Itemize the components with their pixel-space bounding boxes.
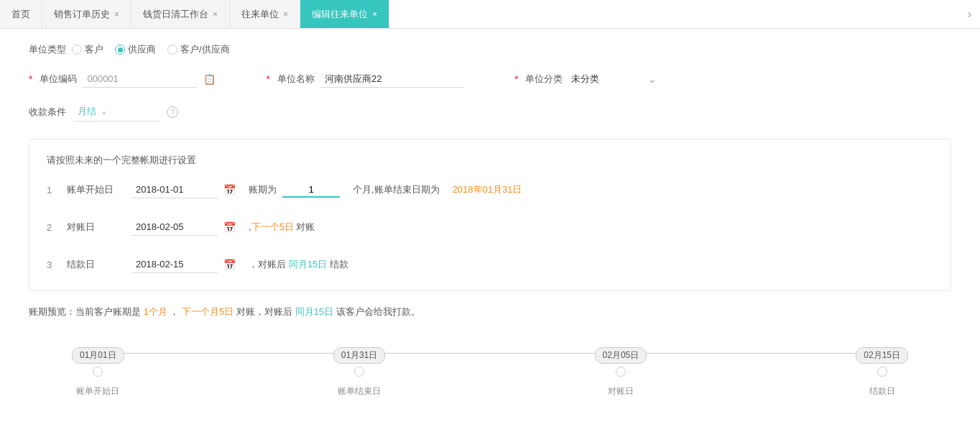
preview-section: 账期预览：当前客户账期是 1个月 ， 下一个月5日 对账，对账后 同月15日 该… xyxy=(29,305,951,318)
node-circle-1 xyxy=(354,367,364,377)
preview-suffix: 该客户会给我打款。 xyxy=(336,306,420,317)
unit-category-label: 单位分类 xyxy=(525,73,563,86)
preview-mid1: ， xyxy=(170,306,179,317)
tab-home-label: 首页 xyxy=(11,8,30,21)
node-label-1: 账单结束日 xyxy=(338,385,381,397)
tab-edit-partner-close[interactable]: × xyxy=(372,9,377,19)
radio-both[interactable]: 客户/供应商 xyxy=(167,43,230,56)
bill-start-suffix-after: 个月,账单结束日期为 xyxy=(353,183,440,196)
tab-sales-history-close[interactable]: × xyxy=(114,9,119,19)
tab-home[interactable]: 首页 xyxy=(0,0,42,28)
node-date-3: 02月15日 xyxy=(856,347,908,364)
period-settings-card: 请按照未来的一个完整帐期进行设置 1 账单开始日 📅 账期为 个月,账单结束日期… xyxy=(29,139,951,291)
unit-type-row: 单位类型 客户 供应商 客户/供应商 xyxy=(29,43,951,56)
row-label-1: 账单开始日 xyxy=(67,183,131,196)
tab-arrow[interactable]: › xyxy=(959,0,980,28)
tab-cash-reconcile[interactable]: 钱货日清工作台 × xyxy=(131,0,230,28)
unit-category-group: * 单位分类 未分类 ⌄ xyxy=(514,73,657,86)
node-top-0: 01月01日 xyxy=(72,347,124,377)
row-label-2: 对账日 xyxy=(67,221,131,234)
radio-supplier[interactable]: 供应商 xyxy=(115,43,156,56)
preview-prefix: 账期预览：当前客户账期是 xyxy=(29,306,141,317)
months-input[interactable] xyxy=(282,183,340,198)
timeline-node-0: 01月01日 账单开始日 xyxy=(72,347,124,397)
tab-partner-close[interactable]: × xyxy=(283,9,288,19)
node-top-1: 01月31日 xyxy=(333,347,386,377)
row-num-3: 3 xyxy=(47,259,67,270)
node-circle-2 xyxy=(616,367,626,377)
node-circle-0 xyxy=(93,367,103,377)
reconcile-row: 2 对账日 📅 ,下一个5日 对账 xyxy=(47,218,933,236)
radio-supplier-circle xyxy=(115,45,125,55)
bill-end-date-highlight: 2018年01月31日 xyxy=(453,183,522,196)
row-num-2: 2 xyxy=(47,222,67,233)
tab-sales-history[interactable]: 销售订单历史 × xyxy=(42,0,131,28)
tab-cash-reconcile-label: 钱货日清工作台 xyxy=(143,8,208,21)
node-date-0: 01月01日 xyxy=(72,347,124,364)
radio-customer[interactable]: 客户 xyxy=(72,43,103,56)
node-top-2: 02月05日 xyxy=(595,347,647,377)
node-top-3: 02月15日 xyxy=(856,347,908,377)
unit-code-group: * 单位编码 📋 xyxy=(29,70,216,88)
unit-category-value: 未分类 xyxy=(571,73,599,86)
unit-code-input[interactable] xyxy=(83,70,198,88)
tab-partner[interactable]: 往来单位 × xyxy=(230,0,300,28)
settlement-desc: ，对账后 同月15日 结款 xyxy=(249,258,348,271)
preview-mid2: 对账，对账后 xyxy=(236,306,295,317)
radio-group: 客户 供应商 客户/供应商 xyxy=(72,43,230,56)
node-label-3: 结款日 xyxy=(869,385,895,397)
radio-customer-circle xyxy=(72,45,82,55)
bill-start-suffix-before: 账期为 xyxy=(249,183,277,196)
tab-sales-history-label: 销售订单历史 xyxy=(54,8,110,21)
bill-start-row: 1 账单开始日 📅 账期为 个月,账单结束日期为 2018年01月31日 xyxy=(47,181,933,198)
unit-type-group: 单位类型 客户 供应商 客户/供应商 xyxy=(29,43,230,56)
node-label-2: 对账日 xyxy=(608,385,634,397)
name-required-star: * xyxy=(266,73,269,85)
code-name-category-row: * 单位编码 📋 * 单位名称 * 单位分类 未分类 ⌄ xyxy=(29,70,951,88)
tab-partner-label: 往来单位 xyxy=(241,8,279,21)
preview-part1: 1个月 xyxy=(144,306,167,317)
row-value-2: 📅 ,下一个5日 对账 xyxy=(131,218,315,236)
preview-part2: 下一个月5日 xyxy=(182,306,234,317)
bill-start-date-input[interactable] xyxy=(131,181,218,198)
reconcile-date-input[interactable] xyxy=(131,218,218,236)
node-circle-3 xyxy=(877,367,887,377)
unit-name-group: * 单位名称 xyxy=(266,70,463,88)
unit-name-input[interactable] xyxy=(320,70,464,88)
node-date-1: 01月31日 xyxy=(333,347,386,364)
row-label-3: 结款日 xyxy=(67,258,131,271)
tab-cash-reconcile-close[interactable]: × xyxy=(213,9,218,19)
radio-customer-label: 客户 xyxy=(85,43,103,56)
card-title: 请按照未来的一个完整帐期进行设置 xyxy=(47,154,933,167)
payment-condition-arrow: ⌄ xyxy=(101,107,107,116)
timeline-node-2: 02月05日 对账日 xyxy=(595,347,647,397)
copy-icon[interactable]: 📋 xyxy=(203,73,216,85)
timeline: 01月01日 账单开始日 01月31日 账单结束日 02月05日 对账日 xyxy=(29,340,951,426)
payment-condition-row: 收款条件 月结 ⌄ ? xyxy=(29,102,951,121)
row-value-1: 📅 账期为 个月,账单结束日期为 2018年01月31日 xyxy=(131,181,522,198)
tab-bar: 首页 销售订单历史 × 钱货日清工作台 × 往来单位 × 编辑往来单位 × › xyxy=(0,0,980,29)
help-icon[interactable]: ? xyxy=(167,106,178,118)
code-required-star: * xyxy=(29,73,32,85)
settlement-date-input[interactable] xyxy=(131,256,218,273)
main-content: 单位类型 客户 供应商 客户/供应商 * 单位编码 xyxy=(0,29,980,437)
settlement-row: 3 结款日 📅 ，对账后 同月15日 结款 xyxy=(47,256,933,273)
node-date-2: 02月05日 xyxy=(595,347,647,364)
preview-part3: 同月15日 xyxy=(295,306,333,317)
reconcile-desc: ,下一个5日 对账 xyxy=(249,221,315,234)
tab-edit-partner[interactable]: 编辑往来单位 × xyxy=(300,0,389,28)
unit-code-label: 单位编码 xyxy=(40,73,77,86)
calendar-icon-3[interactable]: 📅 xyxy=(223,259,236,270)
radio-supplier-label: 供应商 xyxy=(128,43,156,56)
calendar-icon-2[interactable]: 📅 xyxy=(223,221,236,233)
payment-condition-value: 月结 xyxy=(78,105,96,118)
unit-type-label: 单位类型 xyxy=(29,43,66,56)
unit-name-label: 单位名称 xyxy=(277,73,315,86)
payment-condition-select[interactable]: 月结 ⌄ xyxy=(73,102,160,121)
timeline-node-3: 02月15日 结款日 xyxy=(856,347,908,397)
timeline-node-1: 01月31日 账单结束日 xyxy=(333,347,386,397)
row-num-1: 1 xyxy=(47,185,67,196)
category-dropdown-icon[interactable]: ⌄ xyxy=(648,73,657,85)
row-value-3: 📅 ，对账后 同月15日 结款 xyxy=(131,256,348,273)
calendar-icon-1[interactable]: 📅 xyxy=(223,184,236,196)
